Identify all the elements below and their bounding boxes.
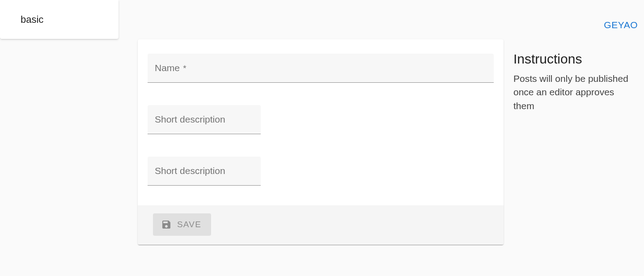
form-footer: SAVE [138, 205, 504, 245]
save-button[interactable]: SAVE [153, 213, 211, 236]
short-description-field-2[interactable]: Short description [148, 157, 261, 186]
save-button-label: SAVE [177, 220, 201, 229]
save-icon [161, 219, 172, 230]
instructions-title: Instructions [513, 51, 633, 67]
name-field[interactable]: Name * [148, 54, 494, 83]
short-description-field-1[interactable]: Short description [148, 105, 261, 134]
instructions-body: Posts will only be published once an edi… [513, 72, 633, 113]
header-link-geyao[interactable]: GEYAO [604, 20, 638, 30]
form-body: Name * Short description Short descripti… [138, 39, 504, 205]
short-description-input-1[interactable] [148, 105, 261, 134]
short-description-input-2[interactable] [148, 157, 261, 185]
form-card: Name * Short description Short descripti… [138, 39, 504, 245]
tab-basic[interactable]: basic [0, 0, 119, 39]
name-input[interactable] [148, 54, 494, 82]
tab-label: basic [21, 14, 43, 25]
instructions-panel: Instructions Posts will only be publishe… [513, 51, 633, 113]
